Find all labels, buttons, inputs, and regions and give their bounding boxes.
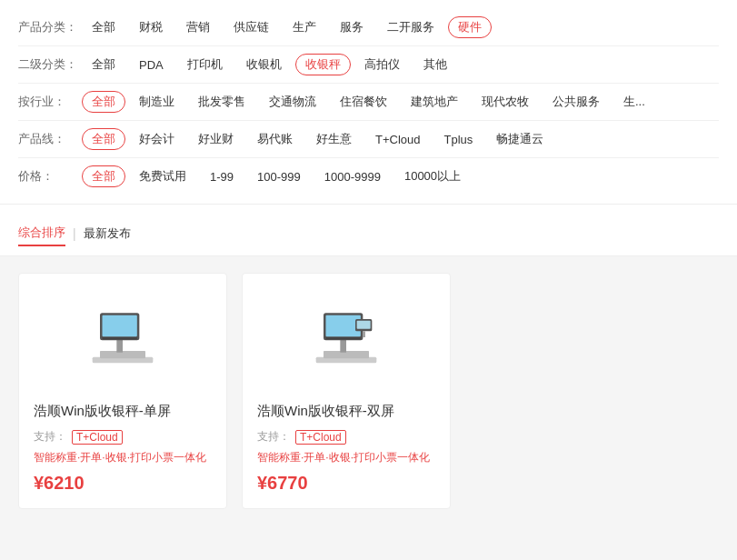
product-image-0 (34, 292, 212, 392)
filter-label-product-line: 产品线： (18, 131, 82, 147)
line-item-1[interactable]: 好会计 (129, 128, 184, 150)
filter-item-4[interactable]: 生产 (283, 16, 326, 38)
sub-filter-item-5[interactable]: 高拍仪 (354, 54, 410, 75)
filter-label-product-category: 产品分类： (18, 19, 82, 35)
product-desc-0: 智能称重·开单·收银·打印小票一体化 (34, 450, 212, 465)
product-card-1[interactable]: 浩顺Win版收银秤-双屏 支持： T+Cloud 智能称重·开单·收银·打印小票… (242, 273, 451, 509)
product-image-1 (257, 292, 435, 392)
filter-row-product-line: 产品线： 全部 好会计 好业财 易代账 好生意 T+Cloud Tplus 畅捷… (18, 121, 719, 158)
sort-bar: 综合排序 | 最新发布 (0, 212, 737, 256)
sort-item-latest[interactable]: 最新发布 (84, 222, 131, 245)
support-tag-0: T+Cloud (72, 430, 123, 445)
filter-items-product-line: 全部 好会计 好业财 易代账 好生意 T+Cloud Tplus 畅捷通云 (82, 128, 553, 150)
product-desc-1: 智能称重·开单·收银·打印小票一体化 (257, 450, 435, 465)
product-name-0: 浩顺Win版收银秤-单屏 (34, 403, 212, 420)
filter-item-2[interactable]: 营销 (176, 16, 220, 38)
sub-filter-item-3[interactable]: 收银机 (236, 54, 292, 75)
svg-rect-11 (326, 337, 361, 340)
product-price-0: ¥6210 (34, 473, 212, 494)
line-item-6[interactable]: Tplus (434, 130, 483, 149)
filter-items-industry: 全部 制造业 批发零售 交通物流 住宿餐饮 建筑地产 现代农牧 公共服务 生..… (82, 91, 655, 113)
filter-label-sub-category: 二级分类： (18, 56, 82, 73)
industry-item-4[interactable]: 住宿餐饮 (330, 91, 397, 113)
sort-item-comprehensive[interactable]: 综合排序 (18, 221, 65, 246)
industry-item-6[interactable]: 现代农牧 (472, 91, 539, 113)
industry-item-2[interactable]: 批发零售 (188, 91, 255, 113)
filter-item-1[interactable]: 财税 (129, 16, 173, 38)
industry-item-3[interactable]: 交通物流 (259, 91, 326, 113)
product-svg-1 (301, 301, 392, 383)
sub-filter-item-6[interactable]: 其他 (413, 54, 457, 75)
filter-item-5[interactable]: 服务 (330, 16, 373, 38)
filter-items-sub-category: 全部 PDA 打印机 收银机 收银秤 高拍仪 其他 (82, 54, 457, 75)
line-item-4[interactable]: 好生意 (306, 128, 362, 150)
sub-filter-item-2[interactable]: 打印机 (177, 54, 233, 75)
filter-item-0[interactable]: 全部 (82, 16, 125, 38)
filter-row-sub-category: 二级分类： 全部 PDA 打印机 收银机 收银秤 高拍仪 其他 (18, 46, 719, 84)
sub-filter-item-0[interactable]: 全部 (82, 54, 125, 75)
price-item-0[interactable]: 全部 (82, 165, 125, 187)
industry-item-5[interactable]: 建筑地产 (401, 91, 468, 113)
line-item-7[interactable]: 畅捷通云 (486, 128, 553, 150)
filter-item-3[interactable]: 供应链 (224, 16, 279, 38)
line-item-3[interactable]: 易代账 (247, 128, 303, 150)
filter-label-industry: 按行业： (18, 94, 82, 110)
filter-label-price: 价格： (18, 168, 82, 185)
product-support-1: 支持： T+Cloud (257, 429, 435, 445)
support-label-0: 支持： (34, 429, 66, 445)
product-svg-0 (77, 301, 168, 383)
product-price-1: ¥6770 (257, 473, 435, 494)
sort-divider: | (73, 226, 76, 241)
filter-items-product-category: 全部 财税 营销 供应链 生产 服务 二开服务 硬件 (82, 16, 492, 38)
line-item-5[interactable]: T+Cloud (365, 130, 431, 149)
sub-filter-item-4[interactable]: 收银秤 (295, 54, 351, 75)
support-label-1: 支持： (257, 429, 290, 445)
price-item-4[interactable]: 1000-9999 (314, 167, 391, 186)
product-support-0: 支持： T+Cloud (34, 429, 212, 445)
filter-items-price: 全部 免费试用 1-99 100-999 1000-9999 10000以上 (82, 165, 471, 187)
filter-row-industry: 按行业： 全部 制造业 批发零售 交通物流 住宿餐饮 建筑地产 现代农牧 公共服… (18, 84, 719, 121)
line-item-2[interactable]: 好业财 (188, 128, 244, 150)
filter-row-product-category: 产品分类： 全部 财税 营销 供应链 生产 服务 二开服务 硬件 (18, 9, 719, 46)
filter-item-7[interactable]: 硬件 (448, 16, 492, 38)
filter-row-price: 价格： 全部 免费试用 1-99 100-999 1000-9999 10000… (18, 158, 719, 195)
price-item-5[interactable]: 10000以上 (394, 165, 471, 187)
svg-rect-4 (103, 315, 137, 336)
industry-item-7[interactable]: 公共服务 (543, 91, 610, 113)
industry-item-0[interactable]: 全部 (82, 91, 125, 113)
price-item-2[interactable]: 1-99 (200, 167, 244, 186)
filter-section: 产品分类： 全部 财税 营销 供应链 生产 服务 二开服务 硬件 二级分类： 全… (0, 0, 737, 205)
products-area: 浩顺Win版收银秤-单屏 支持： T+Cloud 智能称重·开单·收银·打印小票… (0, 264, 737, 518)
industry-item-1[interactable]: 制造业 (129, 91, 184, 113)
sub-filter-item-1[interactable]: PDA (129, 55, 174, 75)
line-item-0[interactable]: 全部 (82, 128, 125, 150)
svg-rect-5 (103, 337, 137, 340)
industry-item-8[interactable]: 生... (613, 91, 655, 113)
svg-rect-14 (363, 331, 365, 337)
support-tag-1: T+Cloud (295, 430, 346, 445)
price-item-3[interactable]: 100-999 (247, 167, 311, 186)
product-name-1: 浩顺Win版收银秤-双屏 (257, 403, 435, 420)
product-card-0[interactable]: 浩顺Win版收银秤-单屏 支持： T+Cloud 智能称重·开单·收银·打印小票… (18, 273, 227, 509)
filter-item-6[interactable]: 二开服务 (377, 16, 444, 38)
price-item-1[interactable]: 免费试用 (129, 165, 196, 187)
svg-rect-13 (357, 321, 371, 329)
